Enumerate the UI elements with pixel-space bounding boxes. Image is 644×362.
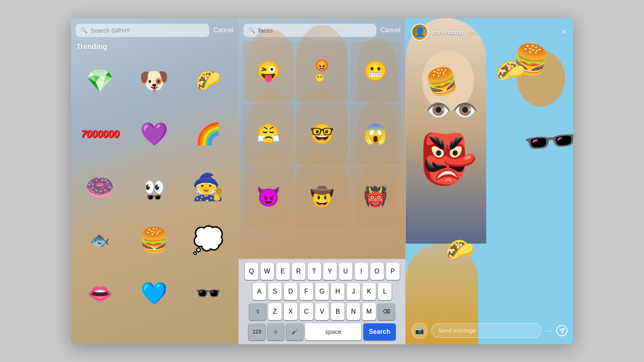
search-button[interactable]: Search xyxy=(363,323,396,340)
close-button[interactable]: × xyxy=(561,26,568,39)
key-v[interactable]: V xyxy=(315,303,329,320)
key-d[interactable]: D xyxy=(284,283,297,300)
key-r[interactable]: R xyxy=(292,263,305,280)
eyes-sticker: 👁️👁️ xyxy=(426,99,477,122)
cancel-button-2[interactable]: Cancel xyxy=(380,27,400,34)
key-u[interactable]: U xyxy=(339,263,353,280)
sticker-dog-sunglasses[interactable]: 🐶 xyxy=(128,55,180,107)
key-q[interactable]: Q xyxy=(245,263,258,280)
sticker-burger[interactable]: 🍔 xyxy=(128,215,180,266)
face-sticker-8[interactable]: 🤠 xyxy=(296,167,347,227)
face-sticker-9[interactable]: 👹 xyxy=(350,167,401,227)
key-c[interactable]: C xyxy=(299,303,313,320)
keyboard: Q W E R T Y U I O P A S D F G H J K xyxy=(239,259,405,344)
space-key[interactable]: space xyxy=(305,323,361,340)
sticker-fish[interactable]: 🐟 xyxy=(74,215,126,266)
story-time: 14h xyxy=(469,29,477,35)
giphy-keyboard-screen: 🔍 faces Cancel 😜 😡😬 😬 😤 xyxy=(238,18,406,344)
key-a[interactable]: A xyxy=(252,283,266,300)
key-f[interactable]: F xyxy=(299,283,313,300)
sticker-taco-plant[interactable]: 🌮 xyxy=(182,55,234,107)
avatar: 👤 xyxy=(411,24,428,41)
sticker-eye-sunglasses[interactable]: 👀 🕶️ xyxy=(128,161,180,213)
key-h[interactable]: H xyxy=(331,283,345,300)
key-l[interactable]: L xyxy=(378,283,392,300)
sticker-seven-million[interactable]: 7000000 xyxy=(74,108,126,160)
key-k[interactable]: K xyxy=(362,283,376,300)
shift-key[interactable]: ⇧ xyxy=(249,303,266,320)
key-n[interactable]: N xyxy=(347,303,360,320)
face-sticker-7[interactable]: 😈 xyxy=(243,167,294,227)
search-icon: 🔍 xyxy=(80,27,87,33)
story-content: 🍔 🍔 🌮 🌮 👺 👁️👁️ 🕶️ 👤 chrisrobinp xyxy=(406,18,573,344)
giphy-trending-screen: 🔍 Search GIPHY Cancel Trending 💎 🐶 🌮 700… xyxy=(71,18,238,344)
key-s[interactable]: S xyxy=(268,283,282,300)
sticker-rainbow-cloud[interactable]: 🌈 xyxy=(182,108,234,160)
num-key[interactable]: 123 xyxy=(248,323,265,340)
key-t[interactable]: T xyxy=(308,263,321,280)
sticker-thought-cloud[interactable]: 💭 xyxy=(182,215,234,266)
trending-title: Trending xyxy=(71,41,238,55)
sticker-crystal[interactable]: 💎 xyxy=(74,55,126,107)
key-x[interactable]: X xyxy=(284,303,297,320)
key-i[interactable]: I xyxy=(355,263,368,280)
key-g[interactable]: G xyxy=(315,283,329,300)
emoji-key[interactable]: ☺ xyxy=(267,323,284,340)
cancel-button-1[interactable]: Cancel xyxy=(213,27,233,34)
key-b[interactable]: B xyxy=(331,303,345,320)
instagram-story-screen: 🍔 🍔 🌮 🌮 👺 👁️👁️ 🕶️ 👤 chrisrobinp xyxy=(406,18,573,344)
monster-mouth-sticker: 👺 xyxy=(418,131,478,188)
sticker-blue-heart[interactable]: 💙 xyxy=(128,268,180,319)
sticker-donut[interactable]: 🍩 xyxy=(74,161,126,213)
key-p[interactable]: P xyxy=(386,263,400,280)
face-sticker-grid: 😜 😡😬 😬 😤 🤓 😱 xyxy=(239,41,405,227)
story-bottom-controls: 📷 Send message ··· xyxy=(411,323,568,339)
key-z[interactable]: Z xyxy=(268,303,282,320)
sticker-purple-heart[interactable]: 💜 xyxy=(128,108,180,160)
giphy-search-input[interactable]: 🔍 Search GIPHY xyxy=(76,24,209,37)
search-icon-2: 🔍 xyxy=(248,27,255,33)
keyboard-row-3: ⇧ Z X C V B N M ⌫ xyxy=(240,303,404,320)
keyboard-row-2: A S D F G H J K L xyxy=(240,283,404,300)
sticker-holo-glasses[interactable]: 🕶️ xyxy=(182,268,234,319)
story-user-info: chrisrobinp 14h xyxy=(432,29,477,36)
face-sticker-3[interactable]: 😬 xyxy=(350,41,401,101)
key-e[interactable]: E xyxy=(276,263,290,280)
holographic-glasses-sticker: 🕶️ xyxy=(521,120,573,163)
face-sticker-6[interactable]: 😱 xyxy=(350,104,401,164)
search-bar-1: 🔍 Search GIPHY Cancel xyxy=(76,24,233,37)
story-header: 👤 chrisrobinp 14h × xyxy=(406,24,573,41)
keyboard-bottom-row: 123 ☺ 🎤 space Search xyxy=(240,323,404,340)
sticker-wizard-hat[interactable]: 🧙 xyxy=(182,161,234,213)
giphy-placeholder[interactable]: Search GIPHY xyxy=(91,27,204,34)
keyboard-row-1: Q W E R T Y U I O P xyxy=(240,263,404,280)
backspace-key[interactable]: ⌫ xyxy=(378,303,395,320)
sticker-grid-trending: 💎 🐶 🌮 7000000 💜 🌈 🍩 👀 xyxy=(71,55,238,319)
send-button[interactable] xyxy=(556,325,568,336)
sticker-lips[interactable]: 👄 xyxy=(74,268,126,319)
send-message-input[interactable]: Send message xyxy=(431,323,541,338)
key-j[interactable]: J xyxy=(347,283,360,300)
camera-button[interactable]: 📷 xyxy=(411,323,427,339)
key-m[interactable]: M xyxy=(362,303,376,320)
mic-key[interactable]: 🎤 xyxy=(286,323,303,340)
key-w[interactable]: W xyxy=(260,263,274,280)
more-options-button[interactable]: ··· xyxy=(545,326,552,335)
story-username: chrisrobinp 14h xyxy=(432,29,477,36)
key-y[interactable]: Y xyxy=(323,263,337,280)
key-o[interactable]: O xyxy=(370,263,384,280)
